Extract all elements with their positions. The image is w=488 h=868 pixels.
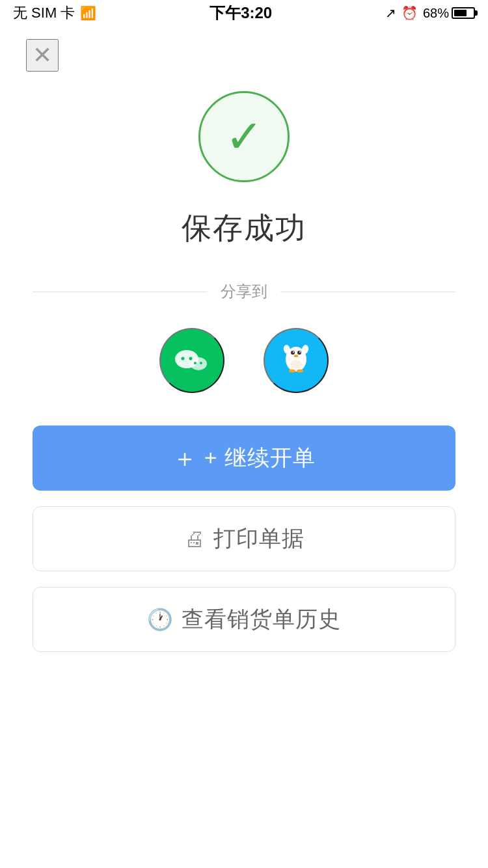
status-right: ↗ ⏰ 68% — [385, 5, 475, 21]
svg-point-14 — [290, 360, 302, 369]
svg-point-16 — [297, 370, 303, 373]
svg-point-8 — [291, 351, 295, 355]
share-label: 分享到 — [221, 281, 267, 302]
divider-right — [280, 292, 455, 292]
status-time: 下午3:20 — [210, 3, 272, 23]
close-icon: ✕ — [33, 44, 52, 67]
main-content: ✕ ✓ 保存成功 分享到 — [0, 26, 488, 868]
divider-left — [33, 292, 208, 292]
history-button[interactable]: 🕐 查看销货单历史 — [33, 587, 455, 652]
close-button[interactable]: ✕ — [26, 39, 59, 72]
share-divider: 分享到 — [33, 281, 455, 302]
plus-icon: ＋ — [172, 442, 198, 475]
battery-icon — [452, 7, 475, 19]
success-icon-container: ✓ — [198, 91, 290, 182]
printer-icon: 🖨 — [184, 527, 206, 551]
wechat-icon — [172, 341, 211, 380]
share-section: 分享到 — [33, 281, 455, 393]
svg-point-4 — [194, 362, 197, 364]
svg-point-1 — [190, 357, 207, 370]
no-sim-label: 无 SIM 卡 — [13, 3, 75, 23]
svg-point-9 — [297, 351, 301, 355]
battery-fill — [454, 10, 467, 16]
battery-level: 68% — [423, 6, 449, 21]
print-button[interactable]: 🖨 打印单据 — [33, 506, 455, 571]
svg-point-2 — [182, 357, 185, 360]
checkmark-icon: ✓ — [225, 114, 264, 159]
wechat-share-button[interactable] — [159, 328, 224, 393]
svg-point-12 — [294, 355, 299, 357]
battery-container: 68% — [423, 6, 475, 21]
svg-point-10 — [293, 351, 294, 353]
print-label: 打印单据 — [213, 524, 305, 554]
svg-point-3 — [189, 357, 193, 360]
status-bar: 无 SIM 卡 📶 下午3:20 ↗ ⏰ 68% — [0, 0, 488, 26]
svg-point-15 — [289, 370, 295, 373]
action-buttons: ＋ + 继续开单 🖨 打印单据 🕐 查看销货单历史 — [33, 426, 455, 652]
location-icon: ↗ — [385, 5, 396, 21]
continue-order-button[interactable]: ＋ + 继续开单 — [33, 426, 455, 491]
svg-point-5 — [200, 362, 202, 364]
wifi-icon: 📶 — [80, 5, 96, 21]
success-circle: ✓ — [198, 91, 290, 182]
status-left: 无 SIM 卡 📶 — [13, 3, 96, 23]
history-label: 查看销货单历史 — [182, 604, 341, 634]
clock-icon: 🕐 — [147, 607, 174, 632]
continue-label: + 继续开单 — [204, 443, 316, 473]
alarm-icon: ⏰ — [401, 5, 418, 21]
share-icons — [33, 328, 455, 393]
success-title: 保存成功 — [182, 208, 306, 249]
svg-point-11 — [299, 351, 301, 353]
qq-share-button[interactable] — [264, 328, 329, 393]
qq-icon — [277, 341, 316, 380]
